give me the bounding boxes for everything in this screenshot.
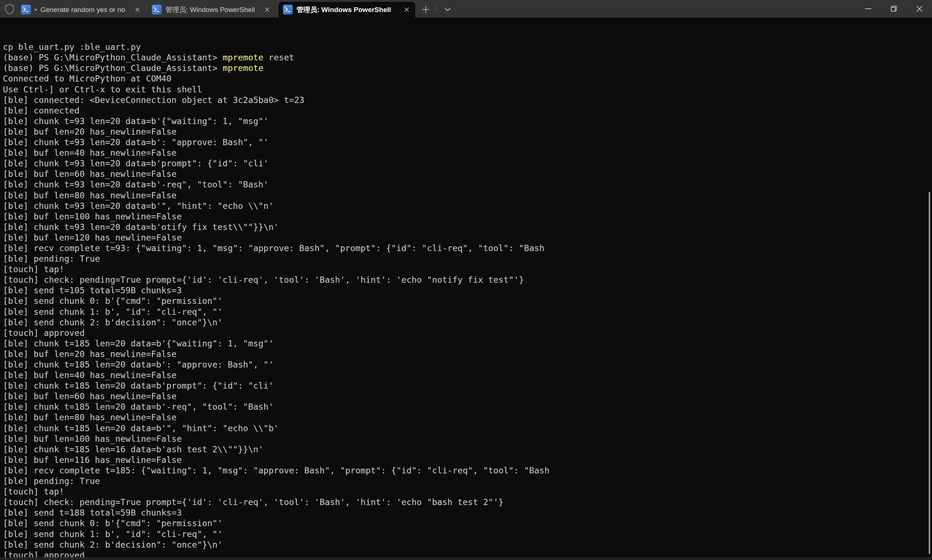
terminal-line: [ble] send chunk 0: b'{"cmd": "permissio… — [3, 518, 928, 528]
terminal-line: (base) PS G:\MicroPython_Claude_Assistan… — [3, 52, 928, 63]
terminal-text-segment: [ble] chunk t=185 len=20 data=b'-req", "… — [3, 402, 273, 412]
titlebar-drag-region[interactable] — [459, 0, 855, 17]
terminal-text-segment: [ble] buf len=60 has_newline=False — [3, 169, 177, 178]
terminal-line: [ble] buf len=20 has_newline=False — [3, 349, 928, 359]
terminal-text-segment: [ble] connected — [3, 106, 79, 115]
terminal-line: [ble] chunk t=93 len=20 data=b'", "hint"… — [3, 200, 928, 211]
chevron-down-icon — [444, 8, 451, 11]
terminal-text-segment: [ble] send chunk 0: b'{"cmd": "permissio… — [3, 296, 222, 306]
terminal-text-segment: [ble] recv complete t=93: {"waiting": 1,… — [3, 243, 545, 253]
terminal-text-segment: [ble] buf len=120 has_newline=False — [3, 232, 182, 242]
terminal-text-segment: [ble] send chunk 2: b'decision": "once"}… — [3, 540, 222, 549]
terminal-text-segment: [ble] send chunk 1: b', "id": "cli-req",… — [3, 307, 222, 317]
terminal-line: Connected to MicroPython at COM40 — [3, 73, 928, 84]
terminal-text-segment: [ble] pending: True — [3, 476, 100, 486]
terminal-line: [ble] buf len=100 has_newline=False — [3, 211, 928, 222]
tab-dropdown-button[interactable] — [439, 2, 456, 17]
terminal-text-segment: [ble] connected: <DeviceConnection objec… — [3, 95, 304, 105]
terminal-viewport[interactable]: cp ble_uart.py :ble_uart.py(base) PS G:\… — [0, 17, 932, 560]
terminal-line: [ble] pending: True — [3, 253, 928, 264]
terminal-line: [ble] send chunk 1: b', "id": "cli-req",… — [3, 306, 928, 317]
close-tab-icon[interactable] — [133, 5, 142, 14]
terminal-line: [ble] buf len=60 has_newline=False — [3, 391, 928, 402]
terminal-text-segment: reset — [263, 52, 294, 62]
terminal-line: [ble] send chunk 2: b'decision": "once"}… — [3, 317, 928, 328]
terminal-line: [ble] chunk t=185 len=20 data=b'-req", "… — [3, 402, 928, 412]
tab-label: 管理员: Windows PowerShell — [296, 5, 395, 15]
titlebar: • Generate random yes or no c 管理员: Windo… — [0, 0, 932, 17]
terminal-line: [ble] buf len=80 has_newline=False — [3, 412, 928, 423]
terminal-line: [ble] connected: <DeviceConnection objec… — [3, 95, 928, 105]
terminal-text-segment: (base) PS G:\MicroPython_Claude_Assistan… — [3, 52, 222, 62]
terminal-text-segment: (base) PS G:\MicroPython_Claude_Assistan… — [3, 63, 222, 73]
terminal-line: [ble] chunk t=185 len=20 data=b'", "hint… — [3, 423, 928, 433]
terminal-text-segment: [touch] tap! — [3, 486, 64, 496]
terminal-output: cp ble_uart.py :ble_uart.py(base) PS G:\… — [3, 42, 928, 560]
scrollbar-thumb[interactable] — [929, 192, 930, 554]
restore-icon — [890, 5, 897, 12]
terminal-line: [ble] chunk t=185 len=16 data=b'ash test… — [3, 444, 928, 454]
terminal-text-segment: [ble] buf len=40 has_newline=False — [3, 148, 177, 158]
terminal-text-segment: [ble] chunk t=185 len=20 data=b'{"waitin… — [3, 338, 273, 348]
terminal-line: [ble] send chunk 0: b'{"cmd": "permissio… — [3, 295, 928, 306]
terminal-line: [ble] buf len=116 has_newline=False — [3, 454, 928, 465]
terminal-text-segment: [ble] send t=105 total=59B chunks=3 — [3, 285, 182, 295]
terminal-line: [ble] chunk t=185 len=20 data=b'{"waitin… — [3, 338, 928, 349]
terminal-line: [ble] buf len=20 has_newline=False — [3, 126, 928, 137]
terminal-text-segment: [ble] buf len=80 has_newline=False — [3, 190, 177, 200]
tab-divider — [146, 5, 147, 13]
close-icon — [917, 6, 923, 12]
terminal-line: [ble] buf len=80 has_newline=False — [3, 190, 928, 200]
terminal-line: [ble] buf len=40 has_newline=False — [3, 148, 928, 158]
terminal-text-segment: [ble] chunk t=93 len=20 data=b'", "hint"… — [3, 201, 273, 211]
terminal-text-segment: [ble] chunk t=93 len=20 data=b'prompt": … — [3, 158, 268, 168]
terminal-line: [touch] check: pending=True prompt={'id'… — [3, 274, 928, 285]
terminal-text-segment: [ble] chunk t=185 len=16 data=b'ash test… — [3, 444, 263, 454]
terminal-text-segment: [ble] buf len=100 has_newline=False — [3, 434, 182, 443]
close-tab-icon[interactable] — [402, 5, 411, 14]
terminal-text-segment: [ble] buf len=116 has_newline=False — [3, 455, 182, 465]
new-tab-button[interactable] — [417, 2, 434, 17]
terminal-line: [ble] chunk t=93 len=20 data=b'otify fix… — [3, 222, 928, 232]
terminal-text-segment: cp ble_uart.py :ble_uart.py — [3, 42, 141, 52]
terminal-text-segment: [ble] buf len=80 has_newline=False — [3, 412, 177, 422]
terminal-text-segment: [ble] chunk t=93 len=20 data=b': "approv… — [3, 137, 268, 147]
terminal-text-segment: [touch] check: pending=True prompt={'id'… — [3, 497, 504, 507]
terminal-line: [ble] send chunk 1: b', "id": "cli-req",… — [3, 529, 928, 539]
close-window-button[interactable] — [906, 0, 932, 17]
terminal-text-segment: [ble] send t=188 total=59B chunks=3 — [3, 508, 182, 517]
tab-label: 管理员: Windows PowerShell — [165, 5, 256, 15]
terminal-text-segment: [touch] check: pending=True prompt={'id'… — [3, 275, 524, 285]
tab-generate-random[interactable]: • Generate random yes or no c — [17, 2, 146, 17]
terminal-text-segment: [ble] chunk t=93 len=20 data=b'otify fix… — [3, 222, 279, 232]
terminal-line: [ble] recv complete t=93: {"waiting": 1,… — [3, 243, 928, 253]
minimize-button[interactable] — [855, 0, 881, 17]
terminal-text-segment: [ble] chunk t=185 len=20 data=b'prompt":… — [3, 381, 273, 391]
terminal-line: [touch] tap! — [3, 264, 928, 274]
terminal-text-segment: [touch] approved — [3, 328, 85, 338]
powershell-icon — [21, 5, 31, 15]
terminal-window: • Generate random yes or no c 管理员: Windo… — [0, 0, 932, 560]
terminal-text-segment: [ble] chunk t=185 len=20 data=b': "appro… — [3, 360, 273, 369]
terminal-line: [ble] connected — [3, 105, 928, 116]
close-tab-icon[interactable] — [262, 5, 272, 14]
tab-powershell-admin-1[interactable]: 管理员: Windows PowerShell — [148, 2, 276, 17]
terminal-text-segment: [ble] chunk t=93 len=20 data=b'-req", "t… — [3, 179, 268, 189]
terminal-text-segment: [ble] send chunk 1: b', "id": "cli-req",… — [3, 529, 222, 539]
terminal-line: cp ble_uart.py :ble_uart.py — [3, 42, 928, 52]
powershell-icon — [283, 5, 293, 15]
tab-powershell-admin-2[interactable]: 管理员: Windows PowerShell — [279, 2, 415, 17]
terminal-text-segment: [ble] recv complete t=185: {"waiting": 1… — [3, 465, 549, 475]
terminal-text-segment: [ble] buf len=100 has_newline=False — [3, 211, 182, 221]
powershell-icon — [152, 5, 162, 15]
admin-shield-icon — [5, 4, 15, 15]
minimize-icon — [865, 8, 872, 9]
terminal-line: [touch] check: pending=True prompt={'id'… — [3, 497, 928, 507]
terminal-line: [ble] recv complete t=185: {"waiting": 1… — [3, 465, 928, 475]
restore-button[interactable] — [881, 0, 906, 17]
plus-icon — [422, 6, 429, 13]
tab-divider — [436, 5, 436, 13]
terminal-text-segment: [ble] buf len=40 has_newline=False — [3, 370, 177, 380]
terminal-text-segment: Use Ctrl-] or Ctrl-x to exit this shell — [3, 85, 202, 94]
window-bottom-edge — [0, 557, 932, 560]
